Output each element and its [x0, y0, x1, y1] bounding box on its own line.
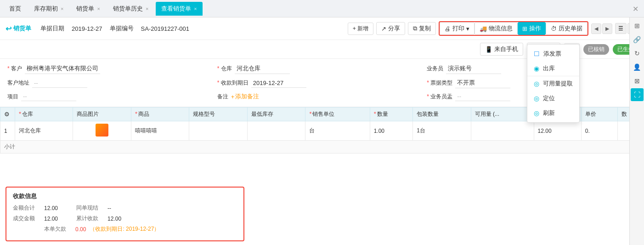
print-dropdown-arrow: ▾	[466, 25, 469, 32]
dropdown-outbound[interactable]: ◉ 出库	[527, 61, 579, 76]
close-sales-order[interactable]: ×	[97, 6, 100, 11]
sidebar-grid-button[interactable]: ⊞	[631, 19, 644, 32]
from-phone-button[interactable]: 📱 来自手机	[480, 43, 523, 56]
amount-total-label: 金额合计	[13, 204, 40, 212]
customer-label: 客户	[7, 65, 22, 73]
operations-button[interactable]: ⊞ 操作	[518, 22, 546, 35]
th-pack-qty: 包装数量	[413, 108, 471, 121]
ticket-type-label: 票据类型	[427, 79, 452, 87]
td-available	[471, 121, 534, 141]
tab-sales-order[interactable]: 销货单 ×	[71, 2, 105, 16]
dropdown-locate[interactable]: ◎ 定位	[527, 91, 579, 106]
address-field: 客户地址 --	[7, 79, 217, 88]
employee-value: 演示账号	[446, 63, 501, 74]
tab-view-sales[interactable]: 查看销货单 ×	[156, 2, 202, 16]
td-image	[73, 121, 131, 141]
td-stock: 12.00	[534, 121, 581, 141]
sidebar-user-button[interactable]: 👤	[631, 61, 644, 74]
warehouse-value: 河北仓库	[235, 63, 290, 74]
locate-icon: ◎	[534, 95, 539, 102]
history-icon: ⏱	[551, 25, 557, 32]
outbound-label: 出库	[543, 64, 555, 73]
td-spec	[189, 121, 247, 141]
dropdown-add-invoice[interactable]: ☐ 添发票	[527, 46, 579, 61]
td-unit: 台	[305, 121, 370, 141]
logistics-button[interactable]: 🚚 物流信息	[475, 22, 518, 35]
payment-row-1: 金额合计 12.00 同单现结 --	[13, 204, 237, 212]
share-icon: ↗	[381, 25, 386, 32]
customer-field: 客户 柳州粤港平安气体有限公司	[7, 63, 217, 74]
transaction-amount-label: 成交金额	[13, 215, 40, 222]
history-button[interactable]: ⏱ 历史单据	[546, 22, 588, 35]
th-warehouse: *仓库	[15, 108, 73, 121]
status-cancelled: 已核销	[583, 44, 609, 55]
amount-total-value: 12.00	[44, 205, 58, 211]
doc-actions: + 新增 ↗ 分享 ⧉ 复制 🖨 打印 ▾ 🚚 物流信息	[348, 21, 638, 36]
dropdown-available-qty[interactable]: ◎ 可用量提取	[527, 76, 579, 91]
outbound-icon: ◉	[534, 65, 539, 72]
ticket-type-value: 不开票	[455, 78, 510, 88]
global-close-button[interactable]: ✕	[633, 4, 638, 13]
tab-home[interactable]: 首页	[4, 2, 27, 16]
payment-section: 收款信息 金额合计 12.00 同单现结 -- 成交金额 12.00 累计收款 …	[6, 187, 244, 241]
td-price: 0.	[581, 121, 618, 141]
share-button[interactable]: ↗ 分享	[376, 22, 405, 35]
remark-field: 备注 + 添加备注	[217, 92, 427, 101]
sales-rep-label: 业务员盂	[427, 93, 452, 101]
right-sidebar: ⊞ 🔗 ↻ 👤 ⊠ ⛶	[629, 17, 644, 245]
td-qty: 1.00	[370, 121, 413, 141]
same-order-label: 同单现结	[76, 204, 104, 212]
available-qty-label: 可用量提取	[543, 80, 573, 88]
tab-bar: 首页 库存期初 × 销货单 × 销货单历史 × 查看销货单 × ✕	[0, 0, 644, 17]
view-list-button[interactable]: ☰	[615, 23, 627, 34]
close-inventory-init[interactable]: ×	[61, 6, 63, 11]
plus-icon: +	[231, 93, 235, 100]
prev-button[interactable]: ◀	[591, 23, 601, 34]
doc-type-icon: ↩	[6, 24, 11, 33]
add-remark-button[interactable]: + 添加备注	[231, 92, 260, 101]
close-view-sales[interactable]: ×	[194, 6, 197, 11]
tab-sales-history[interactable]: 销货单历史 ×	[107, 2, 154, 16]
tab-inventory-init[interactable]: 库存期初 ×	[28, 2, 69, 16]
employee-label: 业务员	[427, 65, 443, 73]
th-price: 单价	[581, 108, 618, 121]
td-pack-qty: 1台	[413, 121, 471, 141]
payment-date-value: 2019-12-27	[251, 79, 306, 88]
same-order-field: 同单现结 --	[76, 204, 111, 212]
settings-icon: ⚙	[4, 111, 10, 118]
table-row: 1 河北仓库 嘻嘻嘻嘻 台 1.00 1台 12.00 0.	[0, 121, 644, 141]
th-unit: *销售单位	[305, 108, 370, 121]
close-sales-history[interactable]: ×	[146, 6, 148, 11]
th-product: *商品	[131, 108, 189, 121]
sidebar-refresh-button[interactable]: ↻	[631, 47, 644, 60]
refresh-icon: ◎	[534, 109, 539, 117]
th-spec: 规格型号	[189, 108, 247, 121]
sidebar-link-button[interactable]: 🔗	[631, 33, 644, 46]
remark-label: 备注	[217, 93, 228, 101]
number-value: SA-20191227-001	[141, 25, 190, 32]
new-button[interactable]: + 新增	[348, 23, 373, 35]
logistics-icon: 🚚	[480, 25, 487, 32]
th-available: 可用量 (...	[471, 108, 534, 121]
refresh-label: 刷新	[543, 109, 555, 117]
payment-date-field: 收款到期日 2019-12-27	[217, 79, 427, 88]
print-icon: 🖨	[445, 25, 451, 32]
print-button[interactable]: 🖨 打印 ▾	[440, 22, 475, 35]
warehouse-label: 仓库	[217, 65, 232, 73]
td-num: 1	[0, 121, 15, 141]
payment-title: 收款信息	[13, 192, 237, 200]
payment-row-3: 本单欠款 0.00 （收款到期日: 2019-12-27）	[13, 225, 237, 233]
available-qty-icon: ◎	[534, 80, 539, 87]
doc-meta: 单据日期 2019-12-27 单据编号 SA-20191227-001	[40, 24, 348, 33]
table-subtotal-row: 小计	[0, 141, 644, 154]
sidebar-expand-button[interactable]: ⛶	[631, 88, 644, 101]
th-settings[interactable]: ⚙	[0, 108, 15, 121]
doc-type: ↩ 销货单	[6, 24, 31, 33]
sidebar-table-button[interactable]: ⊠	[631, 74, 644, 87]
operations-icon: ⊞	[522, 25, 527, 32]
dropdown-refresh[interactable]: ◎ 刷新	[527, 106, 579, 120]
address-value: --	[32, 79, 87, 88]
copy-button[interactable]: ⧉ 复制	[408, 22, 436, 35]
operations-dropdown: ☐ 添发票 ◉ 出库 ◎ 可用量提取 ◎ 定位 ◎ 刷新	[527, 44, 580, 123]
next-button[interactable]: ▶	[602, 23, 612, 34]
